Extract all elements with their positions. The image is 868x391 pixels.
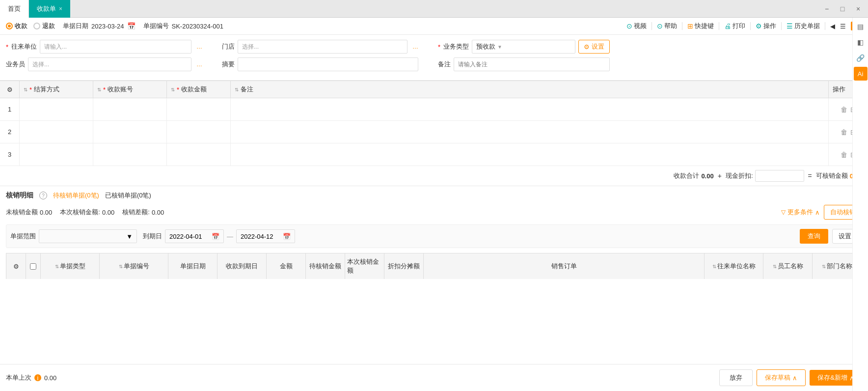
settings-button[interactable]: ⚙ 设置	[578, 40, 610, 54]
maximize-button[interactable]: □	[837, 3, 848, 15]
required-star: *	[6, 43, 8, 51]
query-button[interactable]: 查询	[800, 229, 828, 244]
staff-ellipsis[interactable]: …	[196, 61, 202, 68]
print-action[interactable]: 🖨 打印	[724, 22, 745, 30]
th-account: ⇅ * 收款账号	[93, 81, 167, 98]
party-placeholder: 请输入...	[44, 43, 67, 51]
sidebar-table-icon[interactable]: ▤	[854, 20, 868, 33]
due-date-filter: 到期日 2022-04-01 📅 — 2022-04-12 📅	[143, 229, 295, 243]
party-input[interactable]: 请输入...	[40, 40, 191, 54]
date-end-input[interactable]: 2022-04-12 📅	[236, 229, 295, 243]
row2-amount[interactable]	[167, 121, 231, 143]
calendar-start-icon: 📅	[212, 233, 219, 240]
tab-home[interactable]: 首页	[0, 0, 29, 18]
radio-refund[interactable]: 退款	[33, 22, 55, 30]
tab-collection[interactable]: 收款单 ×	[29, 0, 70, 18]
row3-amount[interactable]	[167, 143, 231, 166]
row1-amount[interactable]	[167, 98, 231, 120]
unverified-label: 未核销金额	[6, 208, 38, 217]
th-settings[interactable]: ⚙	[0, 81, 20, 98]
staff-input[interactable]: 选择...	[28, 57, 191, 71]
divider6	[825, 22, 825, 30]
summary-input[interactable]	[238, 57, 418, 71]
pending-tab-label: 待核销单据(0笔)	[53, 191, 99, 200]
tab-close-icon[interactable]: ×	[59, 5, 62, 12]
row3-delete-icon[interactable]: 🗑	[841, 151, 847, 159]
save-draft-button[interactable]: 保存草稿 ∧	[757, 369, 806, 386]
calendar-end-icon: 📅	[283, 233, 291, 240]
bottom-info-value: 0.00	[44, 374, 56, 382]
sec-sort-icon5: ⇅	[822, 264, 826, 269]
history-action[interactable]: ☰ 历史单据	[787, 22, 820, 30]
store-ellipsis[interactable]: …	[412, 43, 418, 50]
sec-th-type: ⇅ 单据类型	[41, 253, 100, 279]
row3-settlement[interactable]	[20, 143, 93, 166]
row2-delete-icon[interactable]: 🗑	[841, 128, 847, 136]
abandon-button[interactable]: 放弃	[719, 369, 753, 386]
shortcut-label: 快捷键	[695, 22, 714, 30]
plus-sign: +	[718, 172, 722, 180]
tab-home-label: 首页	[8, 4, 21, 13]
row3-id: 3	[0, 143, 20, 166]
number-value[interactable]: SK-20230324-001	[172, 23, 224, 30]
equal-sign: =	[808, 172, 812, 180]
store-field: 门店 选择... …	[222, 40, 418, 54]
settings-icon: ⚙	[584, 43, 590, 51]
sidebar-link-icon[interactable]: 🔗	[854, 51, 868, 65]
sidebar-ai-button[interactable]: Ai	[854, 67, 868, 81]
row2-account[interactable]	[93, 121, 167, 143]
row3-account[interactable]	[93, 143, 167, 166]
row1-delete-icon[interactable]: 🗑	[841, 106, 847, 113]
current-verify-value: 0.00	[102, 209, 114, 216]
business-type-select[interactable]: 预收款 ▼	[472, 40, 575, 54]
store-input[interactable]: 选择...	[238, 40, 407, 54]
tab-bar: 首页 收款单 × − □ ×	[0, 0, 868, 18]
row2-remark[interactable]	[231, 121, 829, 143]
print-icon: 🖨	[724, 22, 731, 30]
pending-tab[interactable]: 待核销单据(0笔)	[53, 191, 99, 200]
sec-th-staff-text: 员工名称	[778, 262, 803, 271]
number-label: 单据编号	[143, 22, 169, 30]
operation-action[interactable]: ⚙ 操作	[756, 22, 776, 30]
row1-settlement[interactable]	[20, 98, 93, 120]
sidebar-layout-icon[interactable]: ◧	[854, 35, 868, 49]
remark-input[interactable]	[454, 57, 610, 71]
th-settlement-label: *	[29, 86, 32, 93]
row2-settlement[interactable]	[20, 121, 93, 143]
party-ellipsis[interactable]: …	[196, 43, 202, 50]
video-action[interactable]: ⊙ 视频	[626, 22, 647, 30]
party-label: 往来单位	[11, 42, 37, 51]
row3-remark[interactable]	[231, 143, 829, 166]
summary-field: 摘要	[222, 57, 418, 71]
number-field-group: 单据编号 SK-20230324-001	[143, 22, 224, 30]
party-field: * 往来单位 请输入... …	[6, 40, 202, 54]
minimize-button[interactable]: −	[821, 3, 833, 15]
shortcut-action[interactable]: ⊞ 快捷键	[687, 22, 714, 30]
nav-prev[interactable]: ◀	[830, 23, 835, 30]
close-button[interactable]: ×	[852, 3, 864, 15]
date-start-input[interactable]: 2022-04-01 📅	[165, 229, 224, 243]
calendar-icon[interactable]: 📅	[127, 22, 136, 30]
sec-th-check[interactable]	[26, 253, 41, 279]
business-type-field: * 业务类型 预收款 ▼ ⚙ 设置	[438, 40, 610, 54]
done-tab[interactable]: 已核销单据(0笔)	[105, 191, 151, 200]
date-value[interactable]: 2023-03-24	[91, 23, 124, 30]
verify-info-icon[interactable]: ?	[39, 192, 47, 199]
row1-remark[interactable]	[231, 98, 829, 120]
shortcut-icon: ⊞	[687, 22, 693, 30]
row1-account[interactable]	[93, 98, 167, 120]
sec-sort-icon1: ⇅	[55, 264, 59, 269]
discount-input[interactable]	[755, 170, 804, 182]
verify-stats: 未核销金额 0.00 本次核销金额: 0.00 核销差额: 0.00 ▽ 更多条…	[6, 205, 862, 220]
sec-checkbox-all[interactable]	[30, 263, 36, 270]
range-select[interactable]: ▼	[39, 229, 137, 243]
form-row-2: 业务员 选择... … 摘要 备注	[6, 57, 862, 71]
bottom-info-icon[interactable]: i	[34, 374, 41, 381]
nav-list[interactable]: ☰	[840, 23, 846, 30]
right-sidebar: ▤ ◧ 🔗 Ai	[852, 18, 868, 391]
current-verify-group: 本次核销金额: 0.00	[60, 208, 114, 217]
sec-th-settings[interactable]: ⚙	[6, 253, 26, 279]
help-action[interactable]: ⊙ 帮助	[657, 22, 677, 30]
more-filter-btn[interactable]: ▽ 更多条件 ∧	[781, 208, 820, 217]
radio-collection[interactable]: 收款	[6, 22, 27, 30]
